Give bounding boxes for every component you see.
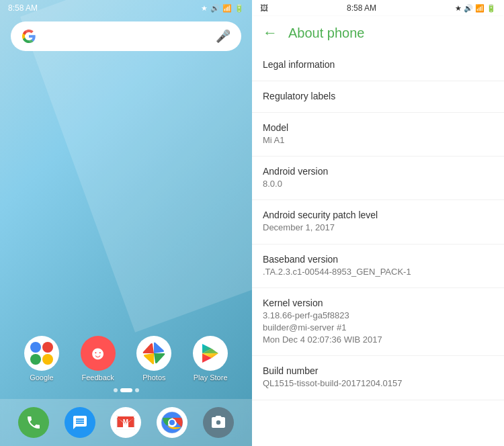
dock: M xyxy=(0,399,252,446)
model-label: Model xyxy=(263,122,493,133)
gmail-dock-icon[interactable]: M xyxy=(110,407,141,438)
battery-icon-right: 🔋 xyxy=(487,4,496,13)
build-value: QL1515-tissot-build-20171204.0157 xyxy=(263,377,493,390)
legal-label: Legal information xyxy=(263,59,493,70)
bluetooth-icon: ★ xyxy=(201,4,208,13)
settings-item-baseband: Baseband version .TA.2.3.c1-00544-8953_G… xyxy=(252,244,504,288)
status-icons-right: ★ 🔊 📶 🔋 xyxy=(455,4,496,13)
feedback-app-icon[interactable]: ☻ Feedback xyxy=(76,336,120,382)
status-icons-left: ★ 🔊 📶 🔋 xyxy=(201,4,244,13)
svg-point-9 xyxy=(169,420,175,425)
settings-item-security-patch: Android security patch level December 1,… xyxy=(252,200,504,244)
google-app-icon[interactable]: Google xyxy=(19,336,63,382)
android-version-value: 8.0.0 xyxy=(263,178,493,190)
settings-item-build: Build number QL1515-tissot-build-2017120… xyxy=(252,356,504,400)
chrome-dock-icon[interactable] xyxy=(157,407,187,438)
kernel-value: 3.18.66-perf-ga5f8823 builder@mi-server … xyxy=(263,310,493,347)
model-value: Mi A1 xyxy=(263,134,493,146)
svg-text:M: M xyxy=(123,418,128,426)
baseband-label: Baseband version xyxy=(263,254,493,265)
camera-dock-icon[interactable] xyxy=(203,407,234,438)
time-left: 8:58 AM xyxy=(8,3,38,13)
settings-list: Legal information Regulatory labels Mode… xyxy=(252,50,504,446)
kernel-label: Kernel version xyxy=(263,298,493,308)
volume-icon-right: 🔊 xyxy=(464,4,473,13)
photos-app-icon[interactable]: Photos xyxy=(132,336,176,382)
photos-app-label: Photos xyxy=(142,373,165,382)
app-grid: Google ☻ Feedback Photos xyxy=(0,336,252,382)
security-patch-label: Android security patch level xyxy=(263,210,493,220)
nav-dots xyxy=(0,388,252,392)
security-patch-value: December 1, 2017 xyxy=(263,222,493,234)
phone-dock-icon[interactable] xyxy=(18,407,49,438)
google-logo xyxy=(22,29,36,44)
feedback-icon: ☻ xyxy=(88,343,108,364)
home-screen: 8:58 AM ★ 🔊 📶 🔋 🎤 xyxy=(0,0,252,446)
back-button[interactable]: ← xyxy=(263,24,278,42)
time-right: 8:58 AM xyxy=(347,3,376,13)
photos-pinwheel-icon xyxy=(141,341,167,366)
bluetooth-icon-right: ★ xyxy=(455,4,462,13)
settings-item-regulatory[interactable]: Regulatory labels xyxy=(252,81,504,113)
google-search-bar[interactable]: 🎤 xyxy=(11,21,241,51)
top-bar: ← About phone xyxy=(252,16,504,50)
signal-icon: 📶 xyxy=(222,4,232,13)
about-phone-screen: 🖼 8:58 AM ★ 🔊 📶 🔋 ← About phone Legal in… xyxy=(252,0,504,446)
settings-item-legal[interactable]: Legal information xyxy=(252,50,504,81)
feedback-app-label: Feedback xyxy=(81,373,114,382)
page-title: About phone xyxy=(288,26,364,41)
microphone-icon[interactable]: 🎤 xyxy=(216,29,230,44)
regulatory-label: Regulatory labels xyxy=(263,91,493,101)
google-app-label: Google xyxy=(30,373,53,382)
settings-item-android-version: Android version 8.0.0 xyxy=(252,157,504,200)
volume-icon: 🔊 xyxy=(210,4,220,13)
playstore-app-icon[interactable]: Play Store xyxy=(189,336,233,382)
playstore-app-label: Play Store xyxy=(194,373,228,382)
gallery-status-icon: 🖼 xyxy=(260,3,268,13)
battery-icon: 🔋 xyxy=(235,4,244,13)
build-label: Build number xyxy=(263,365,493,376)
settings-item-kernel: Kernel version 3.18.66-perf-ga5f8823 bui… xyxy=(252,288,504,357)
search-input[interactable] xyxy=(42,29,216,44)
status-bar-left: 8:58 AM ★ 🔊 📶 🔋 xyxy=(0,0,252,16)
signal-icon-right: 📶 xyxy=(475,4,485,13)
nav-dot-2 xyxy=(120,388,132,392)
settings-item-model: Model Mi A1 xyxy=(252,113,504,157)
baseband-value: .TA.2.3.c1-00544-8953_GEN_PACK-1 xyxy=(263,266,493,278)
status-bar-right: 🖼 8:58 AM ★ 🔊 📶 🔋 xyxy=(252,0,504,16)
playstore-icon xyxy=(198,341,222,365)
nav-dot-1 xyxy=(114,388,118,392)
android-version-label: Android version xyxy=(263,166,493,177)
nav-dot-3 xyxy=(135,388,139,392)
messages-dock-icon[interactable] xyxy=(65,407,95,438)
